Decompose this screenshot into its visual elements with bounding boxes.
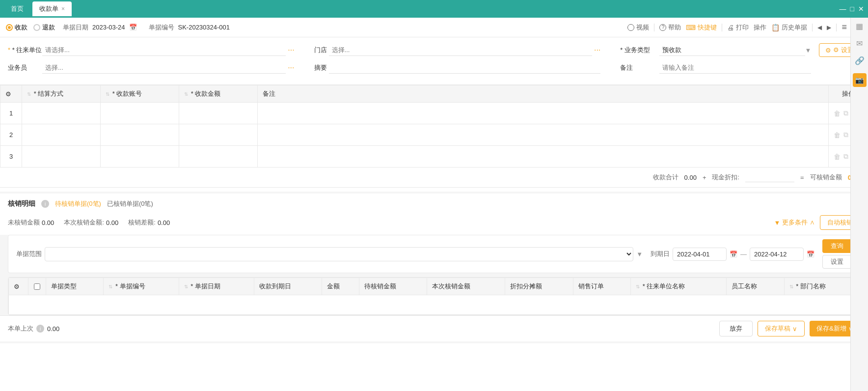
pending-tab[interactable]: 待核销单据(0笔) [55,199,101,208]
radio-refund[interactable]: 退款 [33,23,55,32]
bth-pending: 待核销金额 [359,278,427,295]
bth-bill-no: ⇅ * 单据编号 [104,278,179,295]
operate-btn[interactable]: 操作 [754,23,766,32]
staff-dots-icon[interactable]: ··· [288,64,294,72]
info-icon-1[interactable]: i [41,200,49,208]
window-close-icon[interactable]: ✕ [858,5,864,13]
remark-input[interactable] [659,62,811,74]
row-2-amount[interactable] [179,124,258,146]
nav-next-icon[interactable]: ▶ [827,24,831,31]
sidebar-mail-icon[interactable]: ✉ [856,39,863,48]
sort-b-2: ⇅ [184,284,188,289]
shortcut-btn[interactable]: ⌨ 快捷键 [686,23,717,32]
bill-label: 单据编号 [149,23,174,32]
delete-icon-3[interactable]: 🗑 [834,153,841,161]
row-3-amount[interactable] [179,146,258,168]
delete-icon-2[interactable]: 🗑 [834,131,841,139]
bth-staff-label: 员工名称 [732,282,757,290]
delete-icon-1[interactable]: 🗑 [834,110,841,117]
table-row: 3 🗑 ⧉ [0,146,868,168]
summary-input[interactable] [329,62,601,74]
video-btn[interactable]: 视频 [627,23,649,32]
bth-counterpart: ⇅ * 往来单位名称 [631,278,727,295]
counterpart-dots-icon[interactable]: ··· [288,46,294,54]
more-filter-btn[interactable]: ▼ 更多条件 ∧ [774,218,815,227]
list-icon[interactable]: ≡ [841,22,847,32]
row-num-2: 2 [0,124,22,146]
store-dots-icon[interactable]: ··· [594,46,600,54]
bth-gear[interactable]: ⚙ [9,278,28,295]
bth-pending-label: 待核销金额 [364,282,396,290]
th-gear[interactable]: ⚙ [0,85,22,103]
calendar-from-icon[interactable]: 📅 [730,251,737,258]
date-range-separator: — [740,251,747,258]
save-draft-button[interactable]: 保存草稿 ∨ [758,321,805,336]
window-min-icon[interactable]: — [840,5,846,13]
print-btn[interactable]: 🖨 打印 [727,23,749,32]
bth-amount: 金额 [322,278,359,295]
store-input[interactable] [329,44,592,56]
row-2-account[interactable] [101,124,179,146]
radio-receive[interactable]: 收款 [6,23,27,32]
staff-field: 业务员 ··· [8,62,295,74]
row-2-remark[interactable] [258,124,829,146]
row-1-remark[interactable] [258,103,829,124]
row-2-settlement[interactable] [22,124,101,146]
header-checkbox[interactable] [34,283,40,290]
bill-range-arrow-icon: ▼ [636,251,643,258]
sidebar-link-icon[interactable]: 🔗 [855,56,865,65]
bottom-table-gear-icon: ⚙ [14,283,20,290]
info-icon-footer[interactable]: i [36,325,44,333]
sidebar-table-icon[interactable]: ▦ [856,22,863,31]
sort-b-3: ⇅ [636,284,640,289]
copy-icon-1[interactable]: ⧉ [843,109,848,117]
bottom-table: ⚙ 单据类型 ⇅ * 单据编号 [8,278,860,315]
print-icon: 🖨 [727,24,734,31]
discount-input[interactable] [745,172,794,182]
nav-prev-icon[interactable]: ◀ [817,24,822,31]
sidebar-camera-icon[interactable]: 📷 [853,73,867,87]
history-btn[interactable]: 📋 历史单据 [771,23,807,32]
date-value[interactable]: 2023-03-24 [92,24,125,31]
calendar-to-icon[interactable]: 📅 [807,251,814,258]
due-date-from-input[interactable] [673,248,727,261]
staff-input[interactable] [42,62,286,74]
due-date-to-input[interactable] [750,248,804,261]
counterpart-input[interactable] [42,44,286,56]
bth-current-label: 本次核销金额 [432,282,470,290]
abandon-button[interactable]: 放弃 [719,321,753,336]
copy-icon-2[interactable]: ⧉ [843,131,848,139]
tab-close-icon[interactable]: × [61,5,65,12]
divider-3 [812,24,813,31]
window-max-icon[interactable]: □ [850,5,854,13]
row-3-remark[interactable] [258,146,829,168]
more-filter-label: 更多条件 ∧ [782,218,815,227]
print-label: 打印 [736,23,749,32]
tab-home[interactable]: 首页 [4,1,30,16]
th-settlement-label: * 结算方式 [34,90,64,97]
table-setting-button[interactable]: 设置 [822,255,852,269]
tab-active[interactable]: 收款单 × [32,1,72,16]
date-label: 单据日期 [63,23,88,32]
done-tab[interactable]: 已核销单据(0笔) [107,199,153,208]
bottom-table-empty-row [9,295,860,315]
row-1-settlement[interactable] [22,103,101,124]
sort-icon-2: ⇅ [106,91,109,97]
copy-icon-3[interactable]: ⧉ [843,152,848,161]
main-table: ⚙ ⇅ * 结算方式 ⇅ * 收款账号 ⇅ * 收款金额 [0,85,868,168]
available-label: 可核销金额 [810,173,842,182]
biz-type-arrow-icon[interactable]: ▼ [805,47,812,54]
row-1-amount[interactable] [179,103,258,124]
date-icon[interactable]: 📅 [129,24,137,31]
due-date-filter: 到期日 📅 — 📅 [651,248,814,261]
biz-type-input[interactable] [659,44,805,56]
help-btn[interactable]: ? 帮助 [659,23,681,32]
row-1-account[interactable] [101,103,179,124]
bill-range-select[interactable] [45,247,633,261]
row-3-account[interactable] [101,146,179,168]
bth-checkbox [28,278,46,295]
tab-bar-left: 首页 收款单 × [4,1,72,16]
prev-value: 0.00 [47,325,59,333]
row-3-settlement[interactable] [22,146,101,168]
query-button[interactable]: 查询 [822,239,852,253]
